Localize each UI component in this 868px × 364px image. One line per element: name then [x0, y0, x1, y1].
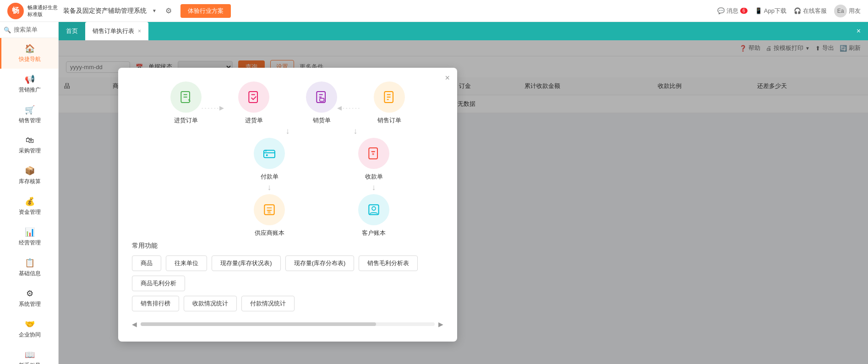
func-btn-payment-stats[interactable]: 付款情况统计 [241, 296, 295, 311]
app-download-button[interactable]: 📱 App下载 [755, 7, 786, 15]
home-icon: 🏠 [25, 43, 35, 54]
svg-text:账: 账 [267, 210, 271, 214]
sidebar-item-marketing[interactable]: 📢 营销推广 [0, 69, 58, 99]
customer-ledger-icon [358, 194, 389, 225]
svg-point-15 [266, 154, 268, 156]
sales-icon: 🛒 [25, 105, 35, 115]
sidebar-label-marketing: 营销推广 [19, 86, 41, 94]
sidebar-label-quick-nav: 快捷导航 [19, 55, 41, 63]
sidebar-item-system[interactable]: ⚙ 系统管理 [0, 283, 58, 314]
purchase-bill-label: 进货单 [245, 116, 263, 125]
logo-icon: 畅 [7, 3, 24, 19]
window-close-icon[interactable]: × [849, 27, 868, 35]
sidebar-label-system: 系统管理 [19, 300, 41, 308]
function-buttons-row2: 销售排行榜 收款情况统计 付款情况统计 [132, 296, 443, 311]
func-btn-receipt-stats[interactable]: 收款情况统计 [184, 296, 237, 311]
func-btn-stock-dist[interactable]: 现存量(库存分布表) [285, 255, 355, 271]
dropdown-arrow[interactable]: ▼ [152, 8, 157, 13]
supplier-ledger-label: 供应商账本 [255, 229, 284, 237]
sales-bill-label: 销货单 [313, 116, 331, 125]
func-btn-product-margin[interactable]: 商品毛利分析 [132, 276, 185, 291]
receipt-bill-label: 收款单 [365, 173, 383, 181]
sidebar-label-inventory: 库存核算 [19, 178, 41, 185]
tab-home[interactable]: 首页 [59, 22, 85, 40]
tab-sales-order-label: 销售订单执行表 [93, 27, 134, 35]
sidebar-label-operations: 经营管理 [19, 239, 41, 247]
payment-bill-icon: ¥ [254, 138, 285, 169]
flow-purchase-bill[interactable]: 进货单 [238, 81, 269, 125]
message-label: 消息 [726, 7, 738, 15]
flow-modal: × [118, 68, 457, 342]
sales-order-label: 销售订单 [377, 116, 401, 125]
common-functions-title: 常用功能 [132, 242, 443, 250]
settings-icon[interactable]: ⚙ [162, 5, 175, 17]
system-icon: ⚙ [26, 288, 33, 299]
sidebar-item-finance[interactable]: 💰 资金管理 [0, 191, 58, 222]
purchase-order-icon [170, 81, 202, 113]
sidebar-item-beginner[interactable]: 📖 新手引导 [0, 344, 58, 364]
online-service-button[interactable]: 🎧 在线客服 [794, 7, 827, 15]
sidebar-item-operations[interactable]: 📊 经营管理 [0, 222, 58, 252]
sidebar-item-inventory[interactable]: 📦 库存核算 [0, 160, 58, 191]
svg-rect-8 [320, 98, 324, 102]
search-menu-label: 搜索菜单 [14, 26, 38, 34]
sidebar-label-purchase: 采购管理 [19, 147, 41, 155]
beginner-icon: 📖 [25, 350, 35, 360]
message-icon: 💬 [717, 7, 725, 14]
sidebar-item-enterprise[interactable]: 🤝 企业协同 [0, 314, 58, 344]
func-btn-stock-status[interactable]: 现存量(库存状况表) [212, 255, 281, 271]
scroll-left-arrow[interactable]: ◀ [132, 321, 137, 328]
sidebar-item-purchase[interactable]: 🛍 采购管理 [0, 130, 58, 160]
message-button[interactable]: 💬 消息 6 [717, 7, 748, 15]
sidebar-label-beginner: 新手引导 [19, 362, 41, 364]
flow-purchase-order[interactable]: 进货订单 [170, 81, 202, 125]
download-icon: 📱 [755, 7, 762, 14]
purchase-icon: 🛍 [26, 136, 34, 145]
svg-text:¥: ¥ [371, 152, 375, 156]
svg-text:¥: ¥ [265, 149, 267, 152]
enterprise-icon: 🤝 [25, 319, 35, 329]
search-icon: 🔍 [4, 27, 11, 33]
user-menu[interactable]: Ea 用友 [834, 5, 861, 17]
sidebar-item-quick-nav[interactable]: 🏠 快捷导航 [0, 38, 58, 69]
common-functions-section: 常用功能 商品 往来单位 现存量(库存状况表) 现存量(库存分布表) 销售毛利分… [132, 242, 443, 311]
service-icon: 🎧 [794, 7, 801, 14]
func-btn-counterpart[interactable]: 往来单位 [166, 255, 207, 271]
marketing-icon: 📢 [25, 74, 35, 84]
modal-close-button[interactable]: × [445, 73, 450, 83]
search-menu[interactable]: 🔍 搜索菜单 [0, 22, 58, 38]
tab-close-icon[interactable]: × [138, 28, 141, 34]
inventory-icon: 📦 [25, 166, 35, 176]
tab-sales-order[interactable]: 销售订单执行表 × [85, 22, 148, 40]
purchase-bill-icon [238, 81, 269, 113]
sales-bill-icon [306, 81, 337, 113]
flow-supplier-ledger[interactable]: 账 供应商账本 [254, 194, 285, 237]
industry-plan-button[interactable]: 体验行业方案 [180, 4, 231, 18]
flow-sales-bill[interactable]: 销货单 [306, 81, 337, 125]
sidebar-item-sales[interactable]: 🛒 销售管理 [0, 99, 58, 130]
flow-customer-ledger[interactable]: 客户账本 [358, 194, 389, 237]
func-btn-sales-margin[interactable]: 销售毛利分析表 [359, 255, 418, 271]
sidebar-label-finance: 资金管理 [19, 208, 41, 216]
function-buttons-container: 商品 往来单位 现存量(库存状况表) 现存量(库存分布表) 销售毛利分析表 商品… [132, 255, 443, 291]
sidebar-item-basic-info[interactable]: 📋 基础信息 [0, 252, 58, 283]
operations-icon: 📊 [25, 227, 35, 237]
func-btn-product[interactable]: 商品 [132, 255, 161, 271]
scroll-track[interactable] [141, 322, 435, 326]
sidebar-label-basic-info: 基础信息 [19, 270, 41, 277]
svg-point-25 [372, 206, 376, 210]
flow-payment-bill[interactable]: ¥ 付款单 [254, 138, 285, 181]
modal-overlay: × [59, 40, 868, 364]
purchase-order-label: 进货订单 [174, 116, 198, 125]
scroll-thumb [141, 322, 376, 326]
flow-receipt-bill[interactable]: ¥ 收款单 [358, 138, 389, 181]
basic-info-icon: 📋 [25, 258, 35, 268]
message-badge: 6 [740, 8, 748, 14]
supplier-ledger-icon: 账 [254, 194, 285, 225]
finance-icon: 💰 [25, 196, 35, 206]
func-btn-sales-rank[interactable]: 销售排行榜 [132, 296, 179, 311]
flow-sales-order[interactable]: 销售订单 [374, 81, 405, 125]
app-download-label: App下载 [764, 7, 786, 15]
sidebar-label-sales: 销售管理 [19, 117, 41, 125]
scroll-right-arrow[interactable]: ▶ [438, 321, 443, 328]
